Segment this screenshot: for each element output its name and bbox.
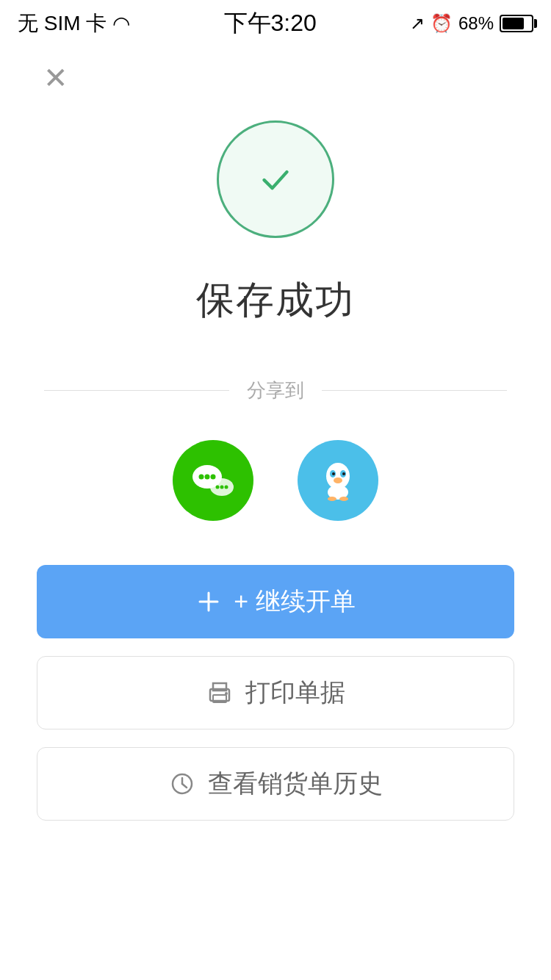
continue-label: + 继续开单: [234, 585, 355, 619]
divider-left: [44, 390, 229, 391]
history-button[interactable]: 查看销货单历史: [37, 747, 514, 821]
print-label: 打印单据: [245, 676, 345, 710]
svg-point-5: [216, 486, 220, 489]
history-label: 查看销货单历史: [208, 767, 383, 801]
history-icon: [168, 770, 196, 798]
location-icon: ↗: [410, 13, 425, 34]
svg-line-25: [182, 784, 187, 788]
svg-point-1: [199, 475, 204, 480]
time-display: 下午3:20: [224, 7, 317, 40]
share-divider-row: 分享到: [0, 378, 551, 403]
divider-right: [322, 390, 507, 391]
wifi-icon: ◠: [112, 12, 130, 36]
close-icon: ✕: [43, 63, 68, 93]
print-icon: [206, 679, 234, 707]
success-circle: [217, 120, 334, 238]
svg-point-7: [225, 486, 228, 489]
svg-point-15: [328, 497, 336, 501]
qq-button[interactable]: [298, 440, 378, 521]
success-title: 保存成功: [196, 275, 355, 326]
battery-percent: 68%: [458, 13, 494, 34]
svg-point-13: [334, 478, 342, 483]
qq-icon-svg: [314, 457, 361, 504]
svg-point-11: [332, 472, 335, 475]
continue-button[interactable]: + 继续开单: [37, 565, 514, 638]
main-content: 保存成功 分享到: [0, 47, 551, 821]
svg-point-6: [220, 486, 224, 489]
share-section: 分享到: [0, 378, 551, 521]
battery-icon: [500, 15, 533, 32]
alarm-icon: ⏰: [431, 13, 453, 34]
svg-point-12: [342, 472, 345, 475]
wechat-button[interactable]: [173, 440, 253, 521]
status-bar: 无 SIM 卡 ◠ 下午3:20 ↗ ⏰ 68%: [0, 0, 551, 47]
share-label: 分享到: [229, 378, 322, 403]
buttons-section: + 继续开单 打印单据 查看销货单历史: [0, 565, 551, 821]
sim-text: 无 SIM 卡: [18, 10, 107, 37]
plus-icon: [195, 588, 222, 615]
share-icons: [173, 440, 378, 521]
status-left: 无 SIM 卡 ◠: [18, 10, 130, 37]
checkmark-icon: [259, 163, 292, 195]
svg-point-3: [211, 475, 216, 480]
svg-point-2: [205, 475, 210, 480]
svg-point-22: [225, 692, 228, 695]
status-right: ↗ ⏰ 68%: [410, 13, 533, 34]
wechat-icon-svg: [190, 461, 237, 500]
close-button[interactable]: ✕: [37, 59, 75, 97]
svg-point-16: [339, 497, 348, 501]
print-button[interactable]: 打印单据: [37, 656, 514, 729]
